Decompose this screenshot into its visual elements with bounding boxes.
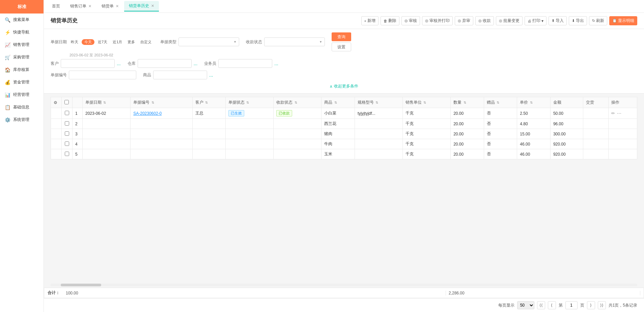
- audit-print-button[interactable]: ◎ 审核并打印: [422, 16, 453, 25]
- collect-status-badge: 已收款: [276, 110, 292, 116]
- th-gift[interactable]: 赠品 ⇅: [484, 97, 517, 108]
- doc-num-link[interactable]: SA-20230602-0: [133, 111, 162, 116]
- tab-sales-delivery-close[interactable]: ✕: [116, 4, 119, 8]
- customer-input[interactable]: [61, 59, 115, 68]
- prev-page-btn[interactable]: ⟨: [548, 301, 556, 309]
- first-page-btn[interactable]: ⟨⟨: [537, 301, 545, 309]
- sidebar-item-system-mgmt[interactable]: ⚙️ 系统管理: [0, 113, 44, 126]
- import-button[interactable]: ⬆ 导入: [549, 16, 567, 25]
- td-gift: 否: [484, 108, 517, 119]
- td-transaction: [583, 108, 608, 119]
- td-transaction: [583, 129, 608, 139]
- td-checkbox[interactable]: [62, 139, 73, 149]
- td-doc-num[interactable]: SA-20230602-0: [131, 108, 192, 119]
- batch-change-button[interactable]: ◎ 批量变更: [496, 16, 523, 25]
- print-button[interactable]: 🖨 打印 ▾: [525, 16, 547, 25]
- date-btn-1month[interactable]: 近1月: [111, 39, 124, 45]
- horizontal-scrollbar-thumb[interactable]: [61, 284, 101, 286]
- tab-sales-history[interactable]: 销货单历史 ✕: [124, 1, 159, 11]
- sort-doc-date-icon: ⇅: [103, 101, 106, 104]
- sidebar-item-sales-mgmt[interactable]: 📈 销售管理: [0, 38, 44, 51]
- td-sales-unit: 千克: [403, 119, 451, 129]
- doc-num-label: 单据编号: [51, 72, 67, 78]
- tab-sales-order-close[interactable]: ✕: [88, 4, 91, 8]
- date-btn-yesterday[interactable]: 昨天: [69, 39, 80, 45]
- th-spec[interactable]: 规格型号 ⇅: [355, 97, 402, 108]
- pagination-bar: 每页显示 50 100 ⟨⟨ ⟨ 第 1 页 ⟩ ⟩⟩ 共1页，5条记录: [44, 298, 644, 312]
- sidebar-item-operation-mgmt[interactable]: 📊 经营管理: [0, 88, 44, 101]
- per-page-select[interactable]: 50 100: [517, 301, 534, 309]
- salesman-dots[interactable]: ...: [274, 61, 278, 66]
- warehouse-dots[interactable]: ...: [194, 61, 198, 66]
- th-unit-price[interactable]: 单价 ⇅: [517, 97, 551, 108]
- export-button[interactable]: ⬇ 导出: [569, 16, 587, 25]
- abandon-button[interactable]: ◎ 弃审: [455, 16, 473, 25]
- show-detail-button[interactable]: 📋 显示明细: [609, 16, 637, 25]
- collapse-btn[interactable]: ∧ 收起更多条件: [51, 82, 637, 90]
- date-btn-custom[interactable]: 自定义: [138, 39, 153, 45]
- add-button[interactable]: + 新增: [361, 16, 379, 25]
- th-sales-unit[interactable]: 销售单位 ⇅: [403, 97, 451, 108]
- sidebar-item-label: 经营管理: [13, 92, 29, 98]
- refresh-button[interactable]: ↻ 刷新: [589, 16, 607, 25]
- th-doc-status[interactable]: 单据状态 ⇅: [226, 97, 274, 108]
- th-quantity[interactable]: 数量 ⇅: [451, 97, 484, 108]
- th-doc-num[interactable]: 单据编号 ⇅: [131, 97, 192, 108]
- td-checkbox[interactable]: [62, 149, 73, 159]
- horizontal-scrollbar[interactable]: [51, 284, 637, 286]
- doc-type-select[interactable]: [178, 37, 239, 46]
- td-transaction: [583, 119, 608, 129]
- td-action: ✏⋯: [608, 108, 637, 119]
- current-page-input[interactable]: 1: [565, 301, 578, 309]
- more-icon[interactable]: ⋯: [617, 111, 621, 116]
- product-dots[interactable]: ...: [209, 72, 213, 78]
- td-checkbox[interactable]: [62, 129, 73, 139]
- tab-home[interactable]: 首页: [47, 1, 65, 11]
- th-collect-status[interactable]: 收款状态 ⇅: [274, 97, 321, 108]
- th-doc-date[interactable]: 单据日期 ⇅: [83, 97, 131, 108]
- sidebar-item-basic-info[interactable]: 📋 基础信息: [0, 101, 44, 113]
- salesman-input[interactable]: [218, 59, 272, 68]
- search-menu-icon: 🔍: [5, 17, 10, 23]
- collect-button[interactable]: ◎ 收款: [475, 16, 494, 25]
- audit-button[interactable]: ◎ 审核: [401, 16, 420, 25]
- settings-button[interactable]: 设置: [332, 43, 351, 51]
- page-word-prefix: 第: [559, 303, 563, 308]
- tab-sales-history-close[interactable]: ✕: [151, 4, 154, 8]
- td-checkbox[interactable]: [62, 108, 73, 119]
- td-checkbox[interactable]: [62, 119, 73, 129]
- th-product[interactable]: 商品 ⇅: [321, 97, 355, 108]
- warehouse-input[interactable]: [138, 59, 192, 68]
- doc-num-input[interactable]: [69, 71, 136, 79]
- tab-sales-order-label: 销售订单: [70, 3, 86, 9]
- table-row: 3猪肉千克20.00否15.00300.00: [51, 129, 637, 139]
- collect-status-select[interactable]: [264, 37, 325, 46]
- select-all-checkbox[interactable]: [64, 100, 69, 104]
- sidebar-item-fund-mgmt[interactable]: 💰 资金管理: [0, 76, 44, 88]
- td-settings: [51, 108, 62, 119]
- delete-button[interactable]: 🗑 删除: [381, 16, 399, 25]
- batch-change-label: 批量变更: [503, 18, 520, 24]
- td-collect-status: [274, 129, 321, 139]
- audit-label: 审核: [409, 18, 417, 24]
- sidebar-item-search-menu[interactable]: 🔍 搜索菜单: [0, 14, 44, 26]
- query-button[interactable]: 查询: [332, 32, 351, 41]
- tab-sales-delivery[interactable]: 销货单 ✕: [97, 1, 123, 11]
- date-btn-7days[interactable]: 近7天: [96, 39, 109, 45]
- last-page-btn[interactable]: ⟩⟩: [598, 301, 606, 309]
- product-input[interactable]: [153, 71, 207, 79]
- date-btn-today[interactable]: 今天: [82, 39, 94, 45]
- customer-dots[interactable]: ...: [117, 61, 121, 66]
- edit-icon[interactable]: ✏: [611, 111, 615, 116]
- sidebar-item-inventory-calc[interactable]: 🏠 库存核算: [0, 63, 44, 76]
- th-settings[interactable]: ⚙: [51, 97, 62, 108]
- sidebar-item-quick-nav[interactable]: ⚡ 快捷导航: [0, 26, 44, 38]
- sidebar-item-purchase-mgmt[interactable]: 🛒 采购管理: [0, 51, 44, 63]
- th-checkbox[interactable]: [62, 97, 73, 108]
- next-page-btn[interactable]: ⟩: [587, 301, 595, 309]
- status-badge: 已生效: [228, 110, 244, 116]
- th-customer[interactable]: 客户 ⇅: [192, 97, 226, 108]
- tab-sales-order[interactable]: 销售订单 ✕: [65, 1, 96, 11]
- date-btn-more[interactable]: 更多: [125, 39, 137, 45]
- td-product: 小白菜: [321, 108, 355, 119]
